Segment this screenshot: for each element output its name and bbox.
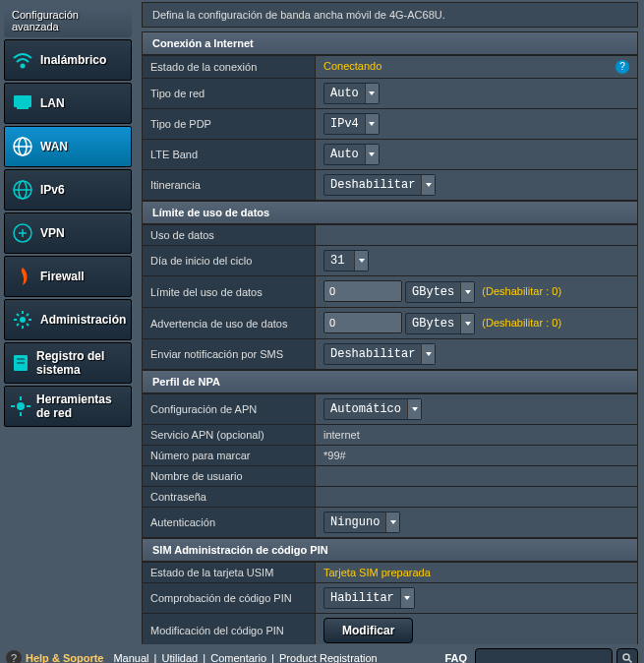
help-icon: ? xyxy=(6,650,22,663)
conn-status-label: Estado de la conexión xyxy=(143,56,316,79)
net-type-select[interactable]: Auto xyxy=(323,83,380,104)
search-icon xyxy=(621,652,633,663)
pin-check-select[interactable]: Habilitar xyxy=(323,587,415,609)
chevron-down-icon xyxy=(365,114,379,134)
link-manual[interactable]: Manual xyxy=(113,652,148,663)
cycle-day-select[interactable]: 31 xyxy=(323,250,369,271)
dial-number-value: *99# xyxy=(316,446,638,466)
sidebar-item-label: Herramientas de red xyxy=(36,392,127,420)
chevron-down-icon xyxy=(385,512,399,532)
svg-point-10 xyxy=(20,317,26,323)
sidebar-item-label: Registro del sistema xyxy=(36,349,127,377)
sidebar: Configuración avanzada Inalámbrico LAN W… xyxy=(0,0,136,644)
tools-icon xyxy=(9,392,32,420)
pdp-type-select[interactable]: IPv4 xyxy=(323,113,380,135)
chevron-down-icon xyxy=(460,314,474,333)
help-link[interactable]: ? Help & Soporte xyxy=(6,650,103,663)
apn-conf-select[interactable]: Automático xyxy=(323,398,422,420)
chevron-down-icon xyxy=(421,175,435,195)
sidebar-item-label: VPN xyxy=(40,226,65,240)
svg-point-14 xyxy=(17,402,25,410)
main-content: Defina la configuración de banda ancha m… xyxy=(136,0,644,644)
modify-button[interactable]: Modificar xyxy=(323,618,413,643)
usim-status-value: Tarjeta SIM preparada xyxy=(323,567,431,578)
sms-notify-select[interactable]: Deshabilitar xyxy=(323,343,436,365)
cycle-day-label: Día de inicio del ciclo xyxy=(143,246,316,276)
search-input[interactable] xyxy=(475,648,613,663)
sidebar-item-wan[interactable]: WAN xyxy=(4,126,132,167)
data-warn-unit-select[interactable]: GBytes xyxy=(405,313,475,334)
data-limit-input[interactable] xyxy=(323,280,402,302)
link-product-reg[interactable]: Product Registration xyxy=(279,652,378,663)
ipv6-icon xyxy=(9,176,36,204)
sidebar-item-label: Firewall xyxy=(40,270,85,283)
sidebar-item-syslog[interactable]: Registro del sistema xyxy=(4,342,132,384)
svg-point-15 xyxy=(623,654,629,660)
chevron-down-icon xyxy=(460,282,474,302)
usim-status-label: Estado de la tarjeta USIM xyxy=(143,563,316,583)
username-label: Nombre de usuario xyxy=(143,466,316,487)
sidebar-item-label: IPv6 xyxy=(40,183,65,197)
chevron-down-icon xyxy=(354,251,368,271)
sidebar-item-vpn[interactable]: VPN xyxy=(4,212,132,254)
password-value xyxy=(316,487,638,508)
conn-status-value: Conectando xyxy=(323,60,381,72)
username-value xyxy=(316,466,638,487)
svg-line-16 xyxy=(629,660,632,663)
link-comment[interactable]: Comentario xyxy=(210,652,266,663)
data-warn-input[interactable] xyxy=(323,312,402,333)
apn-conf-label: Configuración de APN xyxy=(143,394,316,425)
section-data-limit: Límite de uso de datos xyxy=(142,201,638,224)
info-icon[interactable]: ? xyxy=(615,60,629,74)
data-usage-label: Uso de datos xyxy=(143,225,316,246)
intro-text: Defina la configuración de banda ancha m… xyxy=(142,2,638,28)
section-connection: Conexión a Internet xyxy=(142,31,638,55)
section-sim: SIM Administración de código PIN xyxy=(142,538,638,562)
svg-point-0 xyxy=(22,65,25,68)
net-type-label: Tipo de red xyxy=(143,79,316,109)
lte-band-select[interactable]: Auto xyxy=(323,144,380,165)
footer-links: Manual | Utilidad | Comentario | Product… xyxy=(111,652,379,663)
sidebar-item-nettools[interactable]: Herramientas de red xyxy=(4,386,132,427)
roaming-label: Itinerancia xyxy=(143,170,316,201)
sidebar-title: Configuración avanzada xyxy=(4,4,132,37)
faq-link[interactable]: FAQ xyxy=(444,652,467,663)
pin-check-label: Comprobación de código PIN xyxy=(143,583,316,614)
chevron-down-icon xyxy=(365,145,379,164)
section-npa: Perfil de NPA xyxy=(142,370,638,393)
svg-rect-1 xyxy=(14,95,31,107)
vpn-icon xyxy=(9,219,36,247)
sidebar-item-label: WAN xyxy=(40,140,68,153)
fire-icon xyxy=(9,263,36,290)
lte-band-label: LTE Band xyxy=(143,140,316,170)
data-warn-hint: (Deshabilitar : 0) xyxy=(482,317,561,329)
apn-svc-label: Servicio APN (opcional) xyxy=(143,425,316,446)
auth-select[interactable]: Ninguno xyxy=(323,512,400,533)
data-limit-label: Límite del uso de datos xyxy=(143,276,316,308)
pin-mod-label: Modificación del código PIN xyxy=(143,614,316,645)
sidebar-item-label: Administración xyxy=(40,313,126,327)
sidebar-item-admin[interactable]: Administración xyxy=(4,299,132,340)
sidebar-item-wireless[interactable]: Inalámbrico xyxy=(4,39,132,81)
chevron-down-icon xyxy=(407,399,421,419)
globe-icon xyxy=(9,133,36,160)
sidebar-item-firewall[interactable]: Firewall xyxy=(4,256,132,297)
pdp-type-label: Tipo de PDP xyxy=(143,109,316,140)
auth-label: Autenticación xyxy=(143,508,316,538)
chevron-down-icon xyxy=(421,344,435,364)
roaming-select[interactable]: Deshabilitar xyxy=(323,174,436,196)
help-text: Help & Soporte xyxy=(26,652,103,663)
gear-icon xyxy=(9,306,36,333)
apn-svc-value: internet xyxy=(316,425,638,446)
data-limit-unit-select[interactable]: GBytes xyxy=(405,281,475,303)
lan-icon xyxy=(9,90,36,117)
footer: ? Help & Soporte Manual | Utilidad | Com… xyxy=(0,644,644,663)
search-button[interactable] xyxy=(616,648,638,663)
sidebar-item-lan[interactable]: LAN xyxy=(4,83,132,124)
sidebar-item-ipv6[interactable]: IPv6 xyxy=(4,169,132,211)
log-icon xyxy=(9,349,32,377)
data-usage-value xyxy=(316,225,638,246)
password-label: Contraseña xyxy=(143,487,316,508)
link-utility[interactable]: Utilidad xyxy=(162,652,199,663)
svg-rect-2 xyxy=(17,107,29,109)
